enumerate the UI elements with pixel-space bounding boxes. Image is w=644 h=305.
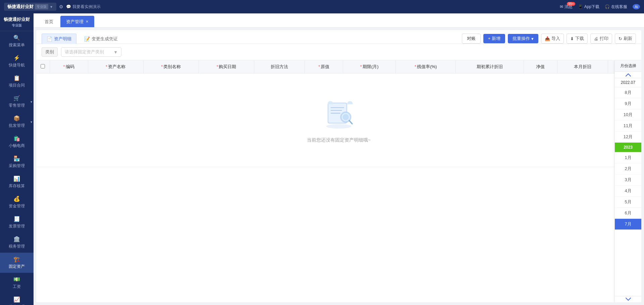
print-icon: 🖨 <box>594 36 598 41</box>
filter-bar: 类别 请选择固定资产类别 ▼ <box>36 44 641 60</box>
sidebar-item-ecommerce[interactable]: 🛍️ 小畅电商 <box>0 132 34 152</box>
th-name: *资产名称 <box>88 60 143 73</box>
sidebar-item-finance[interactable]: 💰 资金管理 <box>0 192 34 212</box>
sidebar-item-inventory[interactable]: 📊 库存核算 <box>0 172 34 192</box>
management-icon: 📈 <box>13 296 20 303</box>
month-3[interactable]: 3月 <box>615 174 641 186</box>
sidebar-label-fixed: 固定资产 <box>9 264 25 269</box>
batch-button[interactable]: 批量操作 ▾ <box>508 34 538 43</box>
empty-illustration <box>319 97 359 131</box>
month-6[interactable]: 6月 <box>615 208 641 219</box>
sidebar-label-wholesale: 批发管理 <box>9 123 25 129</box>
dropdown-icon: ▼ <box>50 5 53 9</box>
empty-state: 当前您还没有固定资产明细哦~ <box>40 77 637 163</box>
sidebar-label-salary: 工资 <box>13 284 21 290</box>
month-list: 8月 9月 10月 11月 12月 2023 1月 2月 3月 4月 5月 6月… <box>615 87 641 296</box>
month-11[interactable]: 11月 <box>615 120 641 132</box>
logo-text: 畅捷通好业财 <box>3 17 31 22</box>
refresh-button[interactable]: ↻ 刷新 <box>615 34 636 44</box>
month-panel-up-arrow[interactable] <box>615 72 641 78</box>
change-voucher-icon: 📝 <box>84 36 90 42</box>
th-period: *期限(月) <box>343 60 396 73</box>
download-button[interactable]: ⬇ 下载 <box>567 34 588 44</box>
sidebar-logo: 畅捷通好业财 专业版 <box>0 13 34 31</box>
retail-arrow: ▾ <box>31 100 32 103</box>
sidebar-label-ecommerce: 小畅电商 <box>9 143 25 149</box>
month-5[interactable]: 5月 <box>615 197 641 208</box>
project-icon: 📋 <box>13 75 20 81</box>
toolbar-right: 对账 + 新增 批量操作 ▾ 📥 导入 ⬇ 下载 🖨 <box>462 34 636 44</box>
sidebar-item-fixed[interactable]: 🏗️ 固定资产 <box>0 253 34 273</box>
month-4[interactable]: 4月 <box>615 186 641 197</box>
user-avatar[interactable]: Ai <box>633 4 640 9</box>
print-button[interactable]: 🖨 打印 <box>590 34 612 44</box>
th-monthly-depreciation: 本月折旧 <box>557 60 608 73</box>
category-placeholder: 请选择固定资产类别 <box>65 49 104 55</box>
sidebar-item-shortcut[interactable]: ⚡ 快捷导航 <box>0 51 34 71</box>
tab-home[interactable]: 首页 <box>39 16 59 27</box>
top-bar: 畅捷通好业财 专业版 ▼ ⚙ 💬 我要看实例演示 ✉ 消息 99+ 📱 App下… <box>0 0 644 13</box>
reconcile-button[interactable]: 对账 <box>462 34 481 44</box>
month-1[interactable]: 1月 <box>615 152 641 163</box>
ecommerce-icon: 🛍️ <box>13 135 20 142</box>
sidebar-item-retail[interactable]: 🛒 零售管理 ▾ <box>0 92 34 112</box>
message-button[interactable]: ✉ 消息 99+ <box>560 4 573 10</box>
sub-tab-change-voucher[interactable]: 📝 变更生成凭证 <box>79 34 123 44</box>
empty-message: 当前您还没有固定资产明细哦~ <box>307 137 371 143</box>
month-10[interactable]: 10月 <box>615 109 641 120</box>
month-8[interactable]: 8月 <box>615 87 641 98</box>
category-dropdown-icon: ▼ <box>113 50 118 55</box>
main-layout: 畅捷通好业财 专业版 🔍 搜索菜单 ⚡ 快捷导航 📋 项目合同 🛒 零售管理 ▾… <box>0 13 644 305</box>
tab-close-icon[interactable]: ✕ <box>86 19 89 24</box>
sidebar-label-project: 项目合同 <box>9 83 25 88</box>
asset-detail-icon: 📄 <box>47 36 52 42</box>
sidebar-item-project[interactable]: 📋 项目合同 <box>0 71 34 92</box>
tab-asset-management[interactable]: 资产管理 ✕ <box>60 16 94 27</box>
empty-cell: 当前您还没有固定资产明细哦~ <box>36 73 641 167</box>
svg-point-0 <box>326 124 352 129</box>
settings-icon[interactable]: ⚙ <box>59 4 63 9</box>
month-7-active[interactable]: 7月 <box>615 219 641 230</box>
company-name-text: 畅捷通好业财 <box>7 4 34 10</box>
purchase-icon: 🏪 <box>13 155 20 162</box>
retail-icon: 🛒 <box>13 95 20 101</box>
th-category: *类别名称 <box>143 60 199 73</box>
sidebar-label-search: 搜索菜单 <box>9 42 25 48</box>
sub-tab-asset-detail[interactable]: 📄 资产明细 <box>42 34 76 44</box>
finance-icon: 💰 <box>13 196 20 202</box>
add-button[interactable]: + 新增 <box>483 34 505 43</box>
month-panel-down-arrow[interactable] <box>615 296 641 302</box>
app-download-button[interactable]: 📱 App下载 <box>578 4 599 10</box>
sidebar-item-purchase[interactable]: 🏪 采购管理 <box>0 152 34 172</box>
sidebar-item-search[interactable]: 🔍 搜索菜单 <box>0 31 34 51</box>
sidebar-label-inventory: 库存核算 <box>9 183 25 189</box>
content-area: 首页 资产管理 ✕ 📄 资产明细 📝 变更生成凭证 <box>34 13 644 305</box>
th-code: *编码 <box>50 60 88 73</box>
month-12[interactable]: 12月 <box>615 132 641 143</box>
top-bar-right: ✉ 消息 99+ 📱 App下载 🎧 在线客服 Ai <box>560 4 640 10</box>
sidebar-item-salary[interactable]: 💵 工资 <box>0 273 34 293</box>
online-service-button[interactable]: 🎧 在线客服 <box>605 4 627 10</box>
select-all-checkbox[interactable] <box>41 64 45 68</box>
sidebar-item-management[interactable]: 📈 经营管理 <box>0 293 34 305</box>
category-label: 类别 <box>42 47 58 57</box>
wholesale-icon: 📦 <box>13 115 20 121</box>
demo-link[interactable]: 💬 我要看实例演示 <box>66 4 101 10</box>
sidebar-item-invoice[interactable]: 🧾 发票管理 <box>0 212 34 233</box>
asset-table: *编码 *资产名称 *类别名称 *购买日期 折旧方法 *原值 *期限(月) *残… <box>36 60 641 167</box>
year-2023-badge: 2023 <box>615 143 641 152</box>
sub-tab-change-voucher-label: 变更生成凭证 <box>92 36 118 42</box>
company-selector[interactable]: 畅捷通好业财 专业版 ▼ <box>4 3 56 11</box>
table-container: *编码 *资产名称 *类别名称 *购买日期 折旧方法 *原值 *期限(月) *残… <box>36 60 641 302</box>
sidebar-item-wholesale[interactable]: 📦 批发管理 ▾ <box>0 112 34 132</box>
month-9[interactable]: 9月 <box>615 98 641 109</box>
sidebar-label-invoice: 发票管理 <box>9 223 25 229</box>
salary-icon: 💵 <box>13 276 20 283</box>
month-2[interactable]: 2月 <box>615 163 641 174</box>
refresh-icon: ↻ <box>619 36 622 41</box>
svg-line-9 <box>349 120 352 124</box>
import-button[interactable]: 📥 导入 <box>541 34 564 44</box>
version-badge: 专业版 <box>35 4 48 9</box>
category-select[interactable]: 请选择固定资产类别 ▼ <box>61 47 121 57</box>
sidebar-item-tax[interactable]: 🏛️ 税务管理 <box>0 233 34 253</box>
